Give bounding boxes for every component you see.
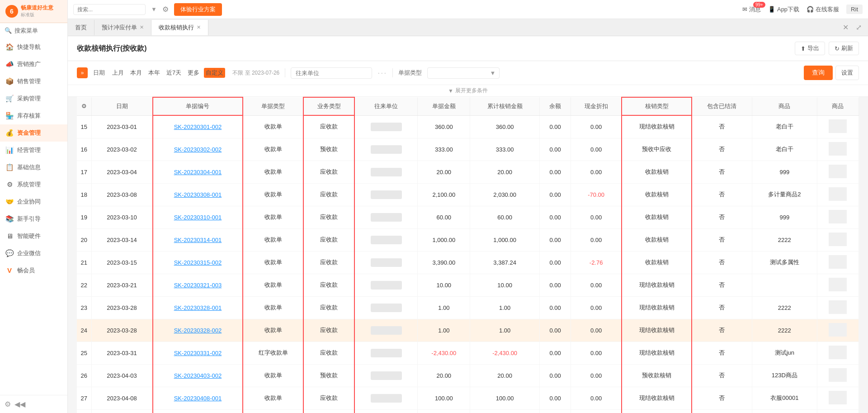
sidebar-bottom: ⚙ ◀◀ (0, 395, 67, 413)
sidebar-item-finance[interactable]: 💰 资金管理 (0, 124, 67, 142)
cell-includecleared: 否 (692, 251, 752, 274)
sidebar-item-hardware[interactable]: 🖥 智能硬件 (0, 228, 67, 245)
doc-link[interactable]: SK-20230408-001 (174, 395, 222, 402)
doc-link[interactable]: SK-20230304-001 (174, 169, 222, 176)
counterparty-input[interactable] (291, 67, 372, 79)
settings-bottom-icon[interactable]: ⚙ (5, 400, 11, 408)
cell-balance: 0.00 (539, 115, 571, 138)
cell-verifytype: 现结收款核销 (622, 115, 692, 138)
query-btn[interactable]: 查询 (804, 66, 833, 80)
cell-accumulated: 3,387.24 (470, 251, 539, 274)
col-settings-header[interactable]: ⚙ (77, 97, 91, 115)
tab-expand-icon[interactable]: ⤢ (853, 22, 864, 33)
cell-accumulated: 60.00 (470, 206, 539, 228)
custom-date-btn[interactable]: 自定义 (204, 68, 225, 78)
search-menu[interactable]: 🔍 搜索菜单 (0, 23, 67, 38)
tab-verify[interactable]: 收款核销执行 ✕ (151, 20, 208, 35)
col-counterparty-header[interactable]: 往来单位 (354, 97, 418, 115)
cell-goods1: 多计量商品2 (752, 183, 817, 206)
more-date-btn[interactable]: 更多 (186, 68, 201, 78)
last7days-btn[interactable]: 近7天 (165, 68, 183, 78)
table-body: 15 2023-03-01 SK-20230301-002 收款单 应收款 36… (77, 115, 859, 413)
filter-dots-icon[interactable]: ··· (377, 68, 387, 78)
receipt-type-select[interactable]: ▼ (427, 67, 500, 79)
col-goods2-header[interactable]: 商品 (817, 97, 859, 115)
doc-link[interactable]: SK-20230328-002 (174, 327, 222, 334)
last-month-btn[interactable]: 上月 (110, 68, 126, 78)
col-settings-icon[interactable]: ⚙ (81, 103, 87, 109)
solution-btn[interactable]: 体验行业方案 (174, 3, 222, 16)
cell-rowno: 19 (77, 206, 91, 228)
cell-goods1: 999 (752, 161, 817, 183)
sidebar-item-wxwork[interactable]: 💬 企业微信 (0, 245, 67, 262)
collapse-icon[interactable]: ◀◀ (14, 400, 25, 408)
sidebar-item-operations[interactable]: 📊 经营管理 (0, 142, 67, 159)
cell-rowno: 26 (77, 364, 91, 387)
online-service-link[interactable]: 🎧 在线客服 (807, 5, 839, 14)
tab-prepay-close-icon[interactable]: ✕ (140, 24, 144, 30)
export-btn[interactable]: ⬆ 导出 (795, 42, 825, 55)
col-accumulated-header[interactable]: 累计核销金额 (470, 97, 539, 115)
cell-date: 2023-03-10 (91, 206, 153, 228)
col-doctype-header[interactable]: 单据类型 (243, 97, 303, 115)
filter-toggle-btn[interactable]: » (77, 67, 88, 78)
doc-link[interactable]: SK-20230331-002 (174, 350, 222, 356)
col-date-header[interactable]: 日期 (91, 97, 153, 115)
expand-more-btn[interactable]: ▼ 展开更多条件 (448, 87, 488, 95)
cell-accumulated: 20.00 (470, 364, 539, 387)
tab-close-all-icon[interactable]: ✕ (840, 22, 851, 33)
this-month-btn[interactable]: 本月 (128, 68, 144, 78)
refresh-btn[interactable]: ↻ 刷新 (829, 42, 859, 55)
sidebar-item-inventory[interactable]: 🏪 库存核算 (0, 107, 67, 124)
user-info[interactable]: Rit (846, 5, 863, 14)
col-balance-header[interactable]: 余额 (539, 97, 571, 115)
doc-link[interactable]: SK-20230308-001 (174, 191, 222, 198)
doc-link[interactable]: SK-20230321-003 (174, 282, 222, 289)
cell-accumulated: 1.00 (470, 319, 539, 342)
sidebar-item-quicknav[interactable]: 🏠 快捷导航 (0, 38, 67, 56)
cell-goods2 (817, 115, 859, 138)
tab-prepay[interactable]: 预计冲应付单 ✕ (94, 20, 151, 35)
doc-link[interactable]: SK-20230301-002 (174, 123, 222, 130)
sidebar-item-sysadmin[interactable]: ⚙ 系统管理 (0, 176, 67, 193)
sidebar-item-sales[interactable]: 📦 销售管理 (0, 73, 67, 90)
col-discount-header[interactable]: 现金折扣 (571, 97, 622, 115)
tab-home[interactable]: 首页 (68, 20, 94, 35)
cell-discount: 0.00 (571, 228, 622, 251)
sidebar-item-marketing[interactable]: 📣 营销推广 (0, 56, 67, 73)
doc-link[interactable]: SK-20230302-002 (174, 146, 222, 153)
filter-settings-btn[interactable]: 设置 (835, 66, 859, 80)
cell-includecleared: 否 (692, 296, 752, 319)
cell-rowno: 28 (77, 409, 91, 413)
sidebar-item-basicinfo[interactable]: 📋 基础信息 (0, 159, 67, 176)
doc-link[interactable]: SK-20230403-002 (174, 372, 222, 379)
cell-balance: 0.00 (539, 228, 571, 251)
sidebar-item-corp[interactable]: 🤝 企业协同 (0, 193, 67, 210)
app-download-link[interactable]: 📱 App下载 (768, 5, 799, 14)
sidebar-item-membership[interactable]: V 畅会员 (0, 262, 67, 279)
col-verifytype-header[interactable]: 核销类型 (622, 97, 692, 115)
sidebar-item-newguide[interactable]: 📚 新手引导 (0, 210, 67, 228)
cell-counterparty (354, 364, 418, 387)
topbar-search-input[interactable] (73, 4, 146, 15)
doc-link[interactable]: SK-20230314-001 (174, 237, 222, 243)
sidebar-item-label: 畅会员 (17, 266, 35, 275)
cell-goods2 (817, 387, 859, 409)
sidebar-item-purchase[interactable]: 🛒 采购管理 (0, 90, 67, 107)
topbar-dropdown-arrow[interactable]: ▼ (151, 6, 157, 13)
cell-verifytype: 现结收款核销 (622, 296, 692, 319)
doc-link[interactable]: SK-20230328-001 (174, 304, 222, 311)
col-goods1-header[interactable]: 商品 (752, 97, 817, 115)
col-biztype-header[interactable]: 业务类型 (303, 97, 354, 115)
col-includecleared-header[interactable]: 包含已结清 (692, 97, 752, 115)
cell-includecleared: 否 (692, 319, 752, 342)
topbar-gear-icon[interactable]: ⚙ (162, 5, 169, 14)
col-amount-header[interactable]: 单据金额 (418, 97, 470, 115)
doc-link[interactable]: SK-20230315-002 (174, 259, 222, 266)
doc-link[interactable]: SK-20230310-001 (174, 214, 222, 221)
this-year-btn[interactable]: 本年 (146, 68, 162, 78)
col-docno-header[interactable]: 单据编号 (153, 97, 243, 115)
tab-verify-close-icon[interactable]: ✕ (197, 24, 201, 30)
message-btn[interactable]: ✉ 消息 99+ (742, 5, 761, 14)
cell-biztype: 应收款 (303, 342, 354, 364)
